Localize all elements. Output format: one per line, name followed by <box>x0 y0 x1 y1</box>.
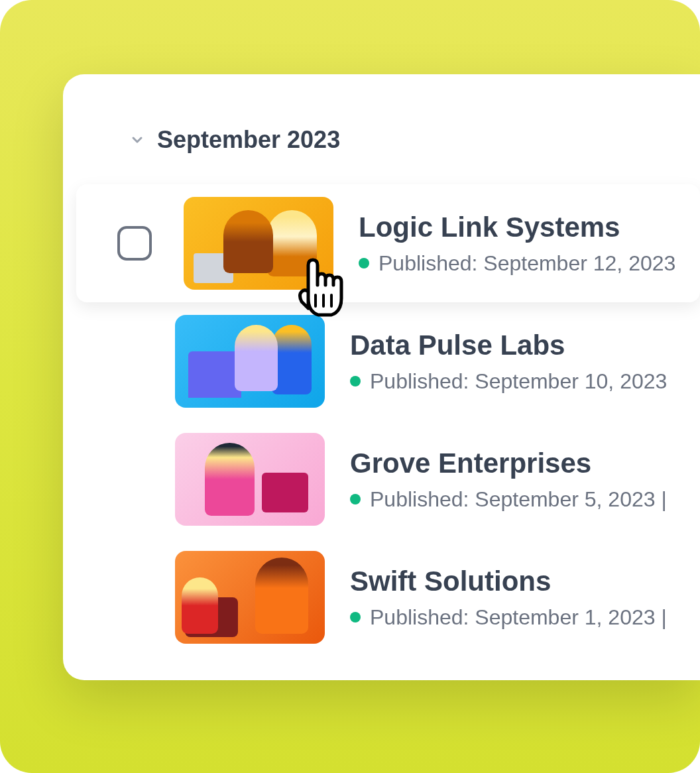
list-item[interactable]: Logic Link Systems Published: September … <box>76 184 700 302</box>
item-content: Logic Link Systems Published: September … <box>359 211 687 276</box>
status-dot-icon <box>350 376 361 386</box>
item-date: Published: September 5, 2023 | <box>370 487 667 512</box>
item-meta: Published: September 12, 2023 <box>359 251 687 276</box>
section-title: September 2023 <box>157 126 340 154</box>
item-title: Logic Link Systems <box>359 211 687 243</box>
list-item[interactable]: Grove Enterprises Published: September 5… <box>162 420 700 538</box>
item-content: Grove Enterprises Published: September 5… <box>350 447 687 512</box>
item-content: Swift Solutions Published: September 1, … <box>350 565 687 630</box>
status-dot-icon <box>350 494 361 505</box>
item-date: Published: September 1, 2023 | <box>370 605 667 630</box>
chevron-down-icon[interactable] <box>129 132 145 148</box>
section-header[interactable]: September 2023 <box>129 126 700 154</box>
item-date: Published: September 12, 2023 <box>379 251 675 276</box>
item-meta: Published: September 5, 2023 | <box>350 487 687 512</box>
item-meta: Published: September 10, 2023 <box>350 369 687 394</box>
item-title: Grove Enterprises <box>350 447 687 479</box>
list-item[interactable]: Data Pulse Labs Published: September 10,… <box>162 302 700 420</box>
item-date: Published: September 10, 2023 <box>370 369 667 394</box>
item-checkbox[interactable] <box>117 226 152 261</box>
status-dot-icon <box>359 258 369 268</box>
item-thumbnail[interactable] <box>184 197 333 290</box>
item-title: Swift Solutions <box>350 565 687 597</box>
item-content: Data Pulse Labs Published: September 10,… <box>350 329 687 394</box>
list-item[interactable]: Swift Solutions Published: September 1, … <box>162 538 700 656</box>
item-thumbnail[interactable] <box>175 315 325 408</box>
page-background: September 2023 Logic Link Systems Publis… <box>0 0 700 773</box>
item-meta: Published: September 1, 2023 | <box>350 605 687 630</box>
item-thumbnail[interactable] <box>175 551 325 644</box>
item-thumbnail[interactable] <box>175 433 325 526</box>
item-title: Data Pulse Labs <box>350 329 687 361</box>
content-card: September 2023 Logic Link Systems Publis… <box>63 74 700 680</box>
status-dot-icon <box>350 612 361 623</box>
